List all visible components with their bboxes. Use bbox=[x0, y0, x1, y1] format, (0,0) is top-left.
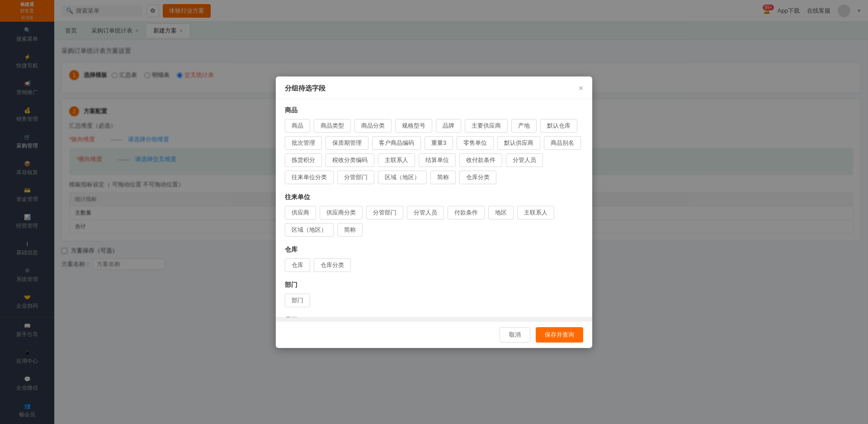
modal-body[interactable]: 商品 商品 商品类型 商品分类 规格型号 品牌 主要供应商 产地 默认仓库 批次… bbox=[276, 99, 592, 318]
field-department[interactable]: 部门 bbox=[285, 294, 310, 307]
modal-header: 分组待选字段 × bbox=[276, 76, 592, 99]
section-goods-title: 商品 bbox=[285, 106, 583, 114]
warehouse-field-tags: 仓库 仓库分类 bbox=[285, 258, 583, 272]
field-origin[interactable]: 产地 bbox=[511, 119, 537, 133]
field-goods[interactable]: 商品 bbox=[285, 119, 310, 133]
field-warehouse[interactable]: 仓库 bbox=[285, 258, 310, 272]
field-main-contact-partner[interactable]: 主联系人 bbox=[517, 206, 554, 219]
field-payment-terms[interactable]: 收付款条件 bbox=[459, 153, 502, 167]
field-manage-person[interactable]: 分管人员 bbox=[407, 206, 444, 219]
field-area[interactable]: 地区 bbox=[488, 206, 514, 219]
field-warehouse-category-goods[interactable]: 仓库分类 bbox=[459, 171, 496, 184]
field-goods-type[interactable]: 商品类型 bbox=[314, 119, 351, 133]
field-supplier-category[interactable]: 供应商分类 bbox=[320, 206, 363, 219]
modal-close-button[interactable]: × bbox=[578, 84, 583, 93]
field-region-goods[interactable]: 区域（地区） bbox=[378, 171, 427, 184]
field-short-name-goods[interactable]: 简称 bbox=[430, 171, 456, 184]
field-manage-dept[interactable]: 分管部门 bbox=[366, 206, 403, 219]
cancel-button[interactable]: 取消 bbox=[500, 327, 530, 343]
field-spec-model[interactable]: 规格型号 bbox=[395, 119, 432, 133]
field-pick-score[interactable]: 拣货积分 bbox=[285, 153, 322, 167]
field-brand[interactable]: 品牌 bbox=[436, 119, 461, 133]
section-department: 部门 部门 bbox=[285, 281, 583, 307]
goods-field-tags: 商品 商品类型 商品分类 规格型号 品牌 主要供应商 产地 默认仓库 批次管理 … bbox=[285, 119, 583, 184]
field-tax-code[interactable]: 税收分类编码 bbox=[326, 153, 374, 167]
modal-title: 分组待选字段 bbox=[285, 84, 326, 93]
field-select-modal: 分组待选字段 × 商品 商品 商品类型 商品分类 规格型号 品牌 主要供应商 产… bbox=[276, 76, 592, 348]
modal-horizontal-scrollbar[interactable] bbox=[276, 317, 592, 321]
save-query-button[interactable]: 保存并查询 bbox=[536, 327, 583, 343]
field-goods-category[interactable]: 商品分类 bbox=[354, 119, 392, 133]
field-settlement-unit[interactable]: 结算单位 bbox=[419, 153, 456, 167]
field-shelf-life[interactable]: 保质期管理 bbox=[326, 136, 368, 150]
section-partner: 往来单位 供应商 供应商分类 分管部门 分管人员 付款条件 地区 主联系人 区域… bbox=[285, 193, 583, 237]
section-warehouse: 仓库 仓库 仓库分类 bbox=[285, 246, 583, 272]
field-manager[interactable]: 分管人员 bbox=[506, 153, 543, 167]
field-warehouse-category[interactable]: 仓库分类 bbox=[314, 258, 351, 272]
modal-footer: 取消 保存并查询 bbox=[276, 321, 592, 348]
field-customer-code[interactable]: 客户商品编码 bbox=[372, 136, 421, 150]
field-retail-unit[interactable]: 零售单位 bbox=[457, 136, 494, 150]
field-supplier[interactable]: 供应商 bbox=[285, 206, 316, 219]
field-batch-mgmt[interactable]: 批次管理 bbox=[285, 136, 322, 150]
section-warehouse-title: 仓库 bbox=[285, 246, 583, 254]
section-partner-title: 往来单位 bbox=[285, 193, 583, 201]
field-dept[interactable]: 分管部门 bbox=[337, 171, 374, 184]
field-partner-category[interactable]: 往来单位分类 bbox=[285, 171, 334, 184]
section-goods: 商品 商品 商品类型 商品分类 规格型号 品牌 主要供应商 产地 默认仓库 批次… bbox=[285, 106, 583, 184]
field-default-supplier[interactable]: 默认供应商 bbox=[497, 136, 540, 150]
modal-overlay: 分组待选字段 × 商品 商品 商品类型 商品分类 规格型号 品牌 主要供应商 产… bbox=[0, 0, 868, 424]
field-payment-cond[interactable]: 付款条件 bbox=[448, 206, 485, 219]
field-main-contact[interactable]: 主联系人 bbox=[378, 153, 415, 167]
department-field-tags: 部门 bbox=[285, 294, 583, 307]
section-department-title: 部门 bbox=[285, 281, 583, 289]
field-default-warehouse[interactable]: 默认仓库 bbox=[540, 119, 577, 133]
field-short-name-partner[interactable]: 简称 bbox=[337, 223, 363, 237]
field-region-partner[interactable]: 区域（地区） bbox=[285, 223, 334, 237]
field-weight[interactable]: 重量3 bbox=[425, 136, 453, 150]
field-main-supplier[interactable]: 主要供应商 bbox=[465, 119, 508, 133]
partner-field-tags: 供应商 供应商分类 分管部门 分管人员 付款条件 地区 主联系人 区域（地区） … bbox=[285, 206, 583, 237]
field-goods-alias[interactable]: 商品别名 bbox=[544, 136, 581, 150]
